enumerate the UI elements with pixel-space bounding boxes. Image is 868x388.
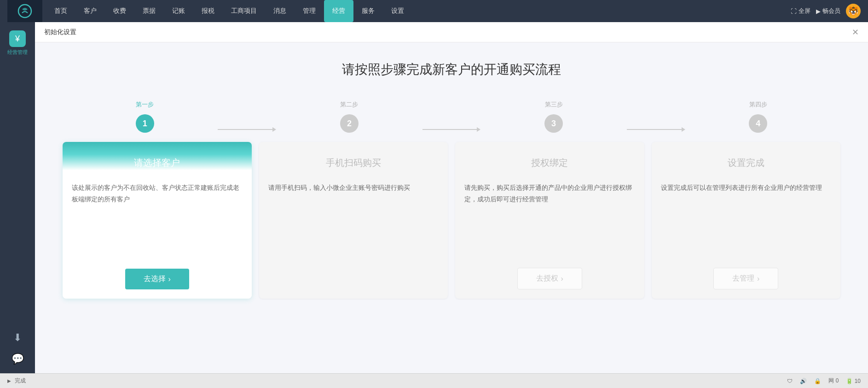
- card-2-desc: 请用手机扫码，输入小微企业主账号密码进行购买: [268, 182, 439, 282]
- step-3-label: 第三步: [545, 100, 563, 109]
- support-icon: 💬: [12, 353, 24, 365]
- card-4-btn-container: 去管理 ›: [661, 260, 832, 289]
- go-manage-button[interactable]: 去管理 ›: [713, 268, 778, 289]
- shield-icon: 🛡: [787, 378, 793, 384]
- nav-item-工商项目[interactable]: 工商项目: [223, 0, 265, 22]
- arrow-3: [627, 127, 685, 132]
- card-4-desc: 设置完成后可以在管理列表进行所有企业用户的经营管理: [661, 182, 832, 260]
- fullscreen-btn[interactable]: ⛶ 全屏: [791, 7, 810, 15]
- sidebar-item-download[interactable]: ⬇: [0, 327, 35, 348]
- nav-items: 首页客户收费票据记账报税工商项目消息管理经营服务设置: [46, 0, 412, 22]
- page-title: 请按照步骤完成新客户的开通购买流程: [63, 61, 840, 78]
- step-4-label: 第四步: [749, 100, 767, 109]
- nav-item-经营[interactable]: 经营: [324, 0, 353, 22]
- wifi-icon: 网 0: [828, 377, 839, 385]
- step-3-circle: 3: [544, 114, 563, 133]
- nav-item-管理[interactable]: 管理: [295, 0, 324, 22]
- cards-row: 请选择客户 该处展示的客户为不在回收站、客户状态正常建账后完成老板端绑定的所有客…: [63, 142, 840, 299]
- go-select-button[interactable]: 去选择 ›: [125, 269, 189, 289]
- nav-item-设置[interactable]: 设置: [383, 0, 412, 22]
- nav-right: ⛶ 全屏 ▶ 畅会员 🐯: [791, 4, 861, 18]
- step-3: 第三步 3: [480, 100, 626, 133]
- download-icon: ⬇: [13, 332, 22, 344]
- arrow-1: [218, 127, 276, 132]
- nav-item-记账[interactable]: 记账: [164, 0, 193, 22]
- management-icon: ¥: [9, 30, 26, 47]
- arrow-icon-1: ›: [168, 275, 171, 283]
- card-3-btn-container: 去授权 ›: [464, 260, 635, 289]
- card-4: 设置完成 设置完成后可以在管理列表进行所有企业用户的经营管理 去管理 ›: [652, 142, 841, 299]
- play-icon: ▶: [7, 378, 11, 383]
- volume-icon: 🔊: [800, 378, 807, 384]
- card-1: 请选择客户 该处展示的客户为不在回收站、客户状态正常建账后完成老板端绑定的所有客…: [63, 142, 252, 299]
- steps-row: 第一步 1 第二步 2: [63, 100, 840, 133]
- go-authorize-button[interactable]: 去授权 ›: [517, 268, 582, 289]
- nav-item-客户[interactable]: 客户: [75, 0, 105, 22]
- card-1-desc: 该处展示的客户为不在回收站、客户状态正常建账后完成老板端绑定的所有客户: [72, 182, 243, 261]
- top-navigation: 首页客户收费票据记账报税工商项目消息管理经营服务设置 ⛶ 全屏 ▶ 畅会员 🐯: [0, 0, 868, 22]
- step-4-circle: 4: [749, 114, 767, 133]
- arrow-icon-3: ›: [561, 275, 563, 283]
- card-1-title: 请选择客户: [72, 153, 243, 173]
- statusbar-status: 完成: [15, 377, 26, 385]
- user-avatar[interactable]: 🐯: [846, 4, 861, 18]
- card-3-title: 授权绑定: [464, 153, 635, 173]
- nav-item-收费[interactable]: 收费: [105, 0, 134, 22]
- main-content: 初始化设置 ✕ 请按照步骤完成新客户的开通购买流程 第一步 1 第二步 2: [35, 22, 868, 373]
- lock-icon: 🔒: [814, 378, 821, 384]
- fullscreen-icon: ⛶: [791, 8, 797, 15]
- step-4: 第四步 4: [685, 100, 831, 133]
- card-1-btn-container: 去选择 ›: [72, 261, 243, 289]
- sidebar-item-management[interactable]: ¥ 经营管理: [0, 26, 35, 60]
- video-icon: ▶: [816, 8, 821, 15]
- close-button[interactable]: ✕: [852, 27, 859, 37]
- step-1: 第一步 1: [72, 100, 218, 133]
- nav-item-票据[interactable]: 票据: [134, 0, 164, 22]
- app-logo: [7, 0, 42, 22]
- card-2: 手机扫码购买 请用手机扫码，输入小微企业主账号密码进行购买: [259, 142, 448, 299]
- battery-icon: 🔋 10: [846, 378, 861, 384]
- breadcrumb-bar: 初始化设置 ✕: [35, 22, 868, 42]
- nav-item-消息[interactable]: 消息: [265, 0, 295, 22]
- card-2-title: 手机扫码购买: [268, 153, 439, 173]
- arrow-2: [422, 127, 481, 132]
- card-4-title: 设置完成: [661, 153, 832, 173]
- card-2-btn-container: [268, 282, 439, 289]
- step-2-circle: 2: [340, 114, 359, 133]
- nav-item-服务[interactable]: 服务: [353, 0, 383, 22]
- member-btn[interactable]: ▶ 畅会员: [816, 7, 840, 15]
- nav-item-报税[interactable]: 报税: [193, 0, 223, 22]
- statusbar: ▶ 完成 🛡 🔊 🔒 网 0 🔋 10: [0, 373, 868, 388]
- step-1-label: 第一步: [136, 100, 154, 109]
- breadcrumb: 初始化设置: [44, 28, 76, 36]
- sidebar: ¥ 经营管理 ⬇ 💬: [0, 22, 35, 373]
- arrow-icon-4: ›: [757, 275, 759, 283]
- statusbar-right: 🛡 🔊 🔒 网 0 🔋 10: [787, 377, 861, 385]
- nav-item-首页[interactable]: 首页: [46, 0, 75, 22]
- step-1-circle: 1: [136, 114, 154, 133]
- sidebar-item-support[interactable]: 💬: [0, 348, 35, 370]
- content-area: 请按照步骤完成新客户的开通购买流程 第一步 1 第二步 2: [35, 42, 868, 373]
- step-2-label: 第二步: [340, 100, 358, 109]
- card-3: 授权绑定 请先购买，购买后选择开通的产品中的企业用户进行授权绑定，成功后即可进行…: [455, 142, 644, 299]
- card-3-desc: 请先购买，购买后选择开通的产品中的企业用户进行授权绑定，成功后即可进行经营管理: [464, 182, 635, 260]
- step-2: 第二步 2: [276, 100, 422, 133]
